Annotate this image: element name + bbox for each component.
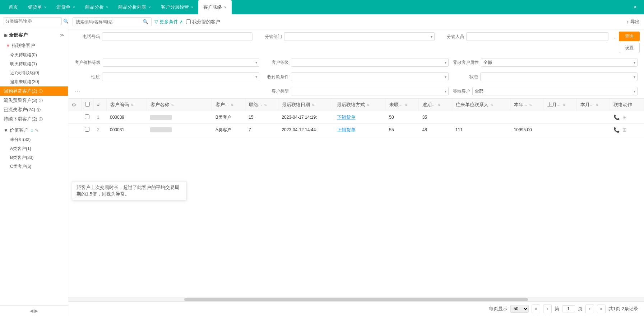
nav-analysis[interactable]: 商品分析 × <box>80 0 113 14</box>
th-name[interactable]: 客户名称 ⇅ <box>147 99 212 111</box>
th-overdue[interactable]: 逾期... ⇅ <box>419 99 452 111</box>
sidebar-item-b-class[interactable]: B类客户(33) <box>0 153 68 162</box>
nav-analysis-list-close[interactable]: × <box>148 5 150 9</box>
scatter2-select[interactable]: 全部 <box>472 87 638 95</box>
phone-input[interactable] <box>102 32 252 41</box>
filter-cell-ctype: 客户类型 ▾ <box>261 86 450 96</box>
contact-phone-icon-2[interactable]: 📞 <box>613 127 620 133</box>
filter-search-icon[interactable]: 🔍 <box>143 19 148 24</box>
sidebar-item-lost[interactable]: 已流失客户(24) ⓘ <box>0 105 68 114</box>
action-icons-2: 📞 ⊞ <box>613 127 640 133</box>
sidebar-item-7days[interactable]: 近7天待联络(0) <box>0 69 68 77</box>
sidebar-search-input[interactable] <box>3 17 62 25</box>
page-input[interactable] <box>562 305 575 312</box>
th-last-month[interactable]: 上月... ⇅ <box>543 99 576 111</box>
th-code[interactable]: 客户编码 ⇅ <box>106 99 147 111</box>
sidebar-group-value[interactable]: ▼ 价值客户 ○ ✎ <box>0 125 68 135</box>
td-last-method-1[interactable]: 下销货单 <box>333 111 386 124</box>
nav-purchase-close[interactable]: × <box>73 5 75 9</box>
row-checkbox-2[interactable] <box>85 127 89 132</box>
sidebar-item-today[interactable]: 今天待联络(0) <box>0 51 68 60</box>
horizontal-scrollbar[interactable] <box>68 297 644 301</box>
sidebar-item-a-class[interactable]: A类客户(1) <box>0 144 68 153</box>
th-last-date[interactable]: 最后联络日期 ⇅ <box>278 99 333 111</box>
app-close-button[interactable]: × <box>630 4 640 10</box>
sidebar-collapse-btn[interactable]: ≫ <box>60 33 64 38</box>
sidebar-item-declining-label: 持续下滑客户(2) <box>4 116 37 122</box>
nav-analysis-close[interactable]: × <box>106 5 108 9</box>
person-input[interactable] <box>466 32 608 41</box>
sidebar-item-declining[interactable]: 持续下滑客户(2) ⓘ <box>0 114 68 124</box>
th-name-label: 客户名称 <box>150 102 169 107</box>
th-unit-contact[interactable]: 往来单位联系人 ⇅ <box>452 99 510 111</box>
sidebar-item-overdue[interactable]: 逾期未联络(30) <box>0 77 68 86</box>
sidebar-group-pending[interactable]: ▼ 待联络客户 <box>0 41 68 51</box>
th-this-year[interactable]: 本年... ⇅ <box>510 99 543 111</box>
query-button[interactable]: 查询 <box>619 32 640 41</box>
prev-page-button[interactable]: ‹ <box>543 305 552 313</box>
sidebar-item-abnormal[interactable]: 回购异常客户(2) ⓘ <box>0 86 68 96</box>
first-page-button[interactable]: « <box>532 305 540 313</box>
last-method-link-1[interactable]: 下销货单 <box>337 114 356 120</box>
th-overdue-label: 逾期... <box>422 102 436 107</box>
ctype-select[interactable] <box>291 87 448 95</box>
status-select[interactable] <box>480 72 638 81</box>
th-this-month[interactable]: 本月... ⇅ <box>576 99 610 111</box>
sidebar-all-customers[interactable]: ⊞ 全部客户 ≫ <box>0 30 68 41</box>
edit-icon[interactable]: ✎ <box>35 128 39 133</box>
th-type[interactable]: 客户... ⇅ <box>212 99 245 111</box>
filter-search-input[interactable] <box>76 19 143 24</box>
sidebar-item-tomorrow[interactable]: 明天待联络(1) <box>0 60 68 69</box>
next-page-button[interactable]: › <box>585 305 594 313</box>
nav-customer-contact-close[interactable]: × <box>224 5 226 9</box>
nav-sales-close[interactable]: × <box>44 5 46 9</box>
th-code-label: 客户编码 <box>110 102 129 107</box>
nav-home[interactable]: 首页 <box>4 0 23 14</box>
th-last-date-label: 最后联络日期 <box>282 102 310 107</box>
blurred-name-1 <box>150 115 172 120</box>
scroll-thumb[interactable] <box>184 298 528 301</box>
sidebar-item-churn-warn[interactable]: 流失预警客户(3) ⓘ <box>0 96 68 105</box>
export-button[interactable]: ↑ 导出 <box>627 19 640 25</box>
contact-more-icon-2[interactable]: ⊞ <box>622 127 627 133</box>
price-grade-select[interactable] <box>103 58 259 67</box>
sidebar-all-label: 全部客户 <box>9 32 28 38</box>
gear-icon[interactable]: ⚙ <box>72 102 76 108</box>
sort-this-year-icon: ⇅ <box>529 103 532 107</box>
sidebar-item-c-class[interactable]: C类客户(6) <box>0 162 68 171</box>
scatter2-inline-label: 零散客户 <box>453 88 470 94</box>
scatter-select[interactable]: 全部 <box>481 58 638 67</box>
nature-select[interactable] <box>102 72 259 81</box>
nav-customer-tier-close[interactable]: × <box>191 5 193 9</box>
th-uncontacted[interactable]: 未联... ⇅ <box>385 99 418 111</box>
nav-analysis-list[interactable]: 商品分析列表 × <box>113 0 156 14</box>
th-contact[interactable]: 联络... ⇅ <box>245 99 278 111</box>
nav-customer-tier[interactable]: 客户分层经营 × <box>156 0 198 14</box>
last-page-button[interactable]: » <box>597 305 606 313</box>
dept-select[interactable] <box>284 32 435 41</box>
row-checkbox-1[interactable] <box>85 114 89 119</box>
last-method-link-2[interactable]: 下销货单 <box>337 127 356 132</box>
nav-purchase[interactable]: 进货单 × <box>51 0 80 14</box>
payment-select[interactable] <box>291 72 448 81</box>
my-customers-check[interactable]: 我分管的客户 <box>186 19 220 25</box>
sidebar-item-ungroup[interactable]: 未分组(32) <box>0 135 68 144</box>
settings-button[interactable]: 设置 <box>619 43 640 53</box>
more-filter-dots[interactable]: ··· <box>75 89 81 94</box>
per-page-select[interactable]: 10 20 50 100 <box>510 305 529 313</box>
sidebar-bottom-arrow[interactable]: ◀ ▶ <box>0 305 68 316</box>
table-row: 2 000031 A类客户 7 2023-04-12 14:44: 下销货单 5… <box>68 124 644 136</box>
select-all-checkbox[interactable] <box>85 102 90 107</box>
person-dots-icon[interactable]: … <box>612 34 617 39</box>
more-conditions-btn[interactable]: ▽ 更多条件 ∧ <box>154 19 183 25</box>
circle-icon[interactable]: ○ <box>31 128 33 133</box>
nav-customer-contact[interactable]: 客户联络 × <box>198 0 231 14</box>
nav-sales[interactable]: 销货单 × <box>23 0 51 14</box>
grade-select[interactable] <box>291 58 448 67</box>
td-last-method-2[interactable]: 下销货单 <box>333 124 386 136</box>
th-last-method[interactable]: 最后联络方式 ⇅ <box>333 99 386 111</box>
contact-phone-icon-1[interactable]: 📞 <box>613 114 620 120</box>
contact-more-icon-1[interactable]: ⊞ <box>622 114 627 120</box>
th-gear[interactable]: ⚙ <box>68 99 81 111</box>
my-customers-checkbox[interactable] <box>186 19 191 24</box>
